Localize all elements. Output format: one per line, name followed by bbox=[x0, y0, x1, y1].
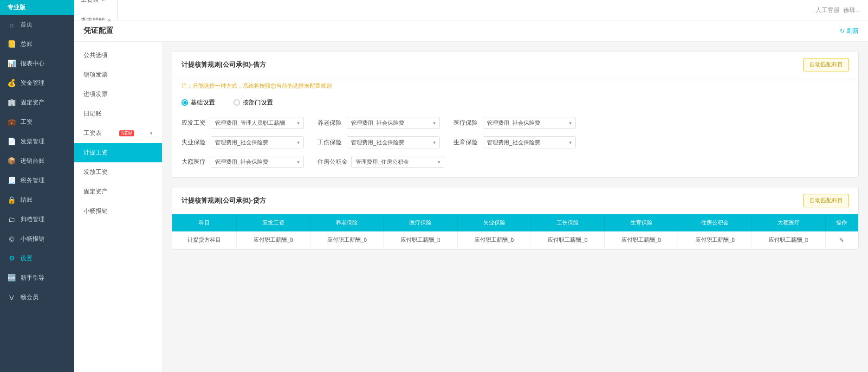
credit-table-header: 医疗保险 bbox=[384, 214, 458, 231]
credit-row-value: 应付职工薪酬_b bbox=[384, 231, 458, 249]
sidebar-icon-report-center: 📊 bbox=[7, 59, 16, 68]
sidebar-label-settings: 设置 bbox=[20, 254, 32, 263]
sidebar-label-invoice-management: 发票管理 bbox=[20, 137, 45, 146]
sidebar-item-guide[interactable]: 🆕新手引导 bbox=[0, 268, 74, 288]
left-nav-item-fixed-assets-nav[interactable]: 固定资产 bbox=[74, 182, 162, 201]
left-nav-label-public-options: 公共选项 bbox=[84, 51, 108, 59]
select-dae[interactable]: 管理费用_社会保险费 bbox=[211, 156, 304, 168]
debit-form-row-2: 失业保险 管理费用_社会保险费 工伤保险 管理费用_社会 bbox=[181, 136, 849, 148]
sidebar-item-fund-management[interactable]: 💰资金管理 bbox=[0, 73, 74, 93]
select-wrapper-zhufangjijin: 管理费用_住房公积金 bbox=[351, 156, 444, 168]
radio-basic-setting[interactable]: 基础设置 bbox=[181, 98, 215, 107]
select-shiyebx[interactable]: 管理费用_社会保险费 bbox=[211, 136, 304, 148]
sidebar-item-tax-management[interactable]: 🧾税务管理 bbox=[0, 171, 74, 190]
sidebar-label-fixed-assets: 固定资产 bbox=[20, 98, 45, 107]
sidebar-label-payroll: 工资 bbox=[20, 118, 32, 126]
sidebar-label-home: 首页 bbox=[20, 20, 32, 29]
content-wrapper: 公共选项销项发票进项发票日记账工资表NEW▾计提工资发放工资固定资产小畅报销 计… bbox=[74, 42, 868, 372]
sidebar-label-general-ledger: 总账 bbox=[20, 40, 32, 48]
left-nav-label-journal: 日记账 bbox=[84, 109, 102, 118]
page-header: 凭证配置 ↻ 刷新 bbox=[74, 20, 868, 42]
refresh-button[interactable]: ↻ 刷新 bbox=[840, 27, 859, 35]
credit-table-header: 操作 bbox=[825, 214, 858, 231]
sidebar-icon-purchase-sales: 📦 bbox=[7, 157, 16, 165]
chevron-icon-payroll-table: ▾ bbox=[150, 130, 153, 136]
select-shengyu[interactable]: 管理费用_社会保险费 bbox=[483, 136, 576, 148]
sidebar-item-archive[interactable]: 🗂归档管理 bbox=[0, 210, 74, 229]
select-wrapper-shiyebx: 管理费用_社会保险费 bbox=[211, 136, 304, 148]
debit-radio-group: 基础设置 按部门设置 bbox=[172, 94, 858, 111]
left-nav-item-journal[interactable]: 日记账 bbox=[74, 104, 162, 123]
left-nav-item-public-options[interactable]: 公共选项 bbox=[74, 45, 162, 65]
sidebar-label-tax-management: 税务管理 bbox=[20, 176, 45, 185]
debit-section-header: 计提核算规则(公司承担)-借方 自动匹配科目 bbox=[172, 51, 858, 78]
field-zhufangjijin: 住房公积金 管理费用_住房公积金 bbox=[317, 156, 444, 168]
select-yiliaobx[interactable]: 管理费用_社会保险费 bbox=[483, 117, 576, 129]
page-title: 凭证配置 bbox=[84, 26, 113, 36]
left-nav: 公共选项销项发票进项发票日记账工资表NEW▾计提工资发放工资固定资产小畅报销 bbox=[74, 42, 162, 372]
left-nav-item-sales-invoice[interactable]: 销项发票 bbox=[74, 65, 162, 84]
select-yingfagongzi[interactable]: 管理费用_管理人员职工薪酬 bbox=[211, 117, 304, 129]
credit-table-header: 生育保险 bbox=[604, 214, 678, 231]
label-yanglaobx: 养老保险 bbox=[317, 119, 343, 127]
sidebar-label-report-center: 报表中心 bbox=[20, 59, 45, 68]
credit-auto-match-button[interactable]: 自动匹配科目 bbox=[803, 194, 849, 207]
tab-close-voucher-config[interactable]: × bbox=[108, 38, 111, 44]
select-gongshangbx[interactable]: 管理费用_社会保险费 bbox=[347, 136, 440, 148]
topbar-right: 人工客服 徐珠... bbox=[816, 6, 868, 14]
credit-row-value: 应付职工薪酬_b bbox=[310, 231, 384, 249]
debit-auto-match-button[interactable]: 自动匹配科目 bbox=[803, 58, 849, 71]
left-nav-label-purchase-invoice: 进项发票 bbox=[84, 90, 108, 98]
debit-form-row-1: 应发工资 管理费用_管理人员职工薪酬 养老保险 管理费用 bbox=[181, 117, 849, 129]
sidebar-icon-guide: 🆕 bbox=[7, 274, 16, 282]
left-nav-item-payroll-table[interactable]: 工资表NEW▾ bbox=[74, 123, 162, 143]
debit-form-grid: 应发工资 管理费用_管理人员职工薪酬 养老保险 管理费用 bbox=[172, 111, 858, 177]
sidebar-icon-archive: 🗂 bbox=[7, 216, 16, 224]
sidebar-item-closing[interactable]: 🔒结账 bbox=[0, 190, 74, 210]
debit-form-row-3: 大额医疗 管理费用_社会保险费 住房公积金 管理费用_住 bbox=[181, 156, 849, 168]
refresh-label: 刷新 bbox=[847, 27, 859, 35]
topbar: 首页工资表×期末结转×凭证配置× 人工客服 徐珠... bbox=[74, 0, 868, 20]
sidebar-icon-general-ledger: 📒 bbox=[7, 40, 16, 48]
select-yanglaobx[interactable]: 管理费用_社会保险费 bbox=[347, 117, 440, 129]
select-wrapper-shengyu: 管理费用_社会保险费 bbox=[483, 136, 576, 148]
customer-service-link[interactable]: 人工客服 bbox=[816, 6, 840, 14]
left-nav-item-purchase-invoice[interactable]: 进项发票 bbox=[74, 84, 162, 104]
label-dae: 大额医疗 bbox=[181, 158, 207, 166]
credit-row-action[interactable]: ✎ bbox=[825, 231, 858, 249]
credit-row-value: 应付职工薪酬_b bbox=[237, 231, 311, 249]
debit-section: 计提核算规则(公司承担)-借方 自动匹配科目 注：只能选择一种方式，系统将按照您… bbox=[172, 51, 859, 178]
sidebar-item-settings[interactable]: ⚙设置 bbox=[0, 249, 74, 268]
sidebar-item-invoice-management[interactable]: 📄发票管理 bbox=[0, 132, 74, 151]
select-zhufangjijin[interactable]: 管理费用_住房公积金 bbox=[351, 156, 444, 168]
sidebar-item-purchase-sales[interactable]: 📦进销台账 bbox=[0, 151, 74, 171]
credit-table-header: 应发工资 bbox=[237, 214, 311, 231]
sidebar-item-vip[interactable]: V畅会员 bbox=[0, 288, 74, 307]
label-yiliaobx: 医疗保险 bbox=[453, 119, 479, 127]
sidebar-item-report-center[interactable]: 📊报表中心 bbox=[0, 54, 74, 73]
sidebar-item-home[interactable]: ⌂首页 bbox=[0, 15, 74, 34]
sidebar-item-xiaochangbao[interactable]: ©小畅报销 bbox=[0, 229, 74, 249]
sidebar-icon-xiaochangbao: © bbox=[7, 235, 16, 243]
sidebar-item-payroll[interactable]: 💼工资 bbox=[0, 112, 74, 132]
left-nav-item-expense-report[interactable]: 小畅报销 bbox=[74, 201, 162, 221]
sidebar-icon-payroll: 💼 bbox=[7, 118, 16, 126]
sidebar-item-fixed-assets[interactable]: 🏢固定资产 bbox=[0, 93, 74, 112]
left-nav-item-payroll-distribution[interactable]: 发放工资 bbox=[74, 162, 162, 182]
sidebar-label-archive: 归档管理 bbox=[20, 215, 45, 224]
field-shengyu: 生育保险 管理费用_社会保险费 bbox=[453, 136, 576, 148]
tab-payroll-table[interactable]: 工资表× bbox=[74, 0, 118, 10]
credit-row-value: 应付职工薪酬_b bbox=[751, 231, 825, 249]
tab-close-payroll-table[interactable]: × bbox=[102, 0, 105, 3]
radio-dept-setting[interactable]: 按部门设置 bbox=[233, 98, 273, 107]
radio-basic-indicator bbox=[181, 99, 188, 106]
tab-close-period-closing[interactable]: × bbox=[108, 17, 111, 24]
credit-row-value: 应付职工薪酬_b bbox=[457, 231, 531, 249]
left-nav-item-accrued-payroll[interactable]: 计提工资 bbox=[74, 143, 162, 162]
sidebar-label-closing: 结账 bbox=[20, 196, 32, 204]
sidebar-item-general-ledger[interactable]: 📒总账 bbox=[0, 34, 74, 54]
sidebar-label-vip: 畅会员 bbox=[20, 293, 39, 301]
credit-table-header: 大额医疗 bbox=[751, 214, 825, 231]
main-area: 首页工资表×期末结转×凭证配置× 人工客服 徐珠... 凭证配置 ↻ 刷新 公共… bbox=[74, 0, 868, 372]
credit-section-header: 计提核算规则(公司承担)-贷方 自动匹配科目 bbox=[172, 187, 858, 214]
